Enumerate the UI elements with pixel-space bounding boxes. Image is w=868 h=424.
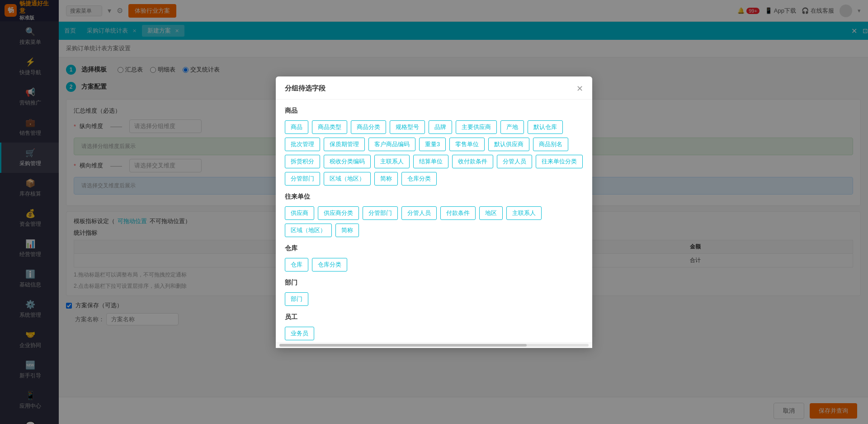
field-tag[interactable]: 拆货积分 [285,155,320,168]
field-tag[interactable]: 主要供应商 [456,120,497,134]
field-tag[interactable]: 默认供应商 [488,138,529,151]
field-tag[interactable]: 仓库分类 [312,258,347,272]
field-select-dialog: 分组待选字段 ✕ 商品 商品 商品类型 商品分类 规格型号 品牌 主要供应商 产… [276,76,592,348]
field-tag[interactable]: 分管人员 [401,206,437,220]
section-title-warehouse: 仓库 [285,244,583,252]
section-title-employee: 员工 [285,313,583,321]
fields-grid-employee: 业务员 [285,327,583,340]
field-tag[interactable]: 分管部门 [363,206,398,220]
field-tag[interactable]: 收付款条件 [452,155,493,168]
field-tag[interactable]: 供应商 [285,206,314,220]
field-tag[interactable]: 往来单位分类 [536,155,583,168]
field-tag[interactable]: 重量3 [419,138,446,151]
field-tag[interactable]: 主联系人 [506,206,542,220]
field-tag[interactable]: 规格型号 [390,120,425,134]
section-title-partner: 往来单位 [285,193,583,201]
field-tag[interactable]: 商品 [285,120,308,134]
field-tag[interactable]: 付款条件 [440,206,476,220]
dialog-title: 分组待选字段 [285,84,326,93]
horizontal-scrollbar[interactable] [279,344,589,347]
dialog-close-button[interactable]: ✕ [576,84,583,94]
field-tag[interactable]: 分管人员 [497,155,532,168]
fields-grid-department: 部门 [285,292,583,306]
field-tag[interactable]: 商品别名 [533,138,568,151]
field-tag[interactable]: 地区 [479,206,503,220]
field-tag[interactable]: 区域（地区） [324,172,371,186]
field-tag[interactable]: 税收分类编码 [324,155,371,168]
field-tag[interactable]: 简称 [374,172,398,186]
field-tag[interactable]: 默认仓库 [528,120,563,134]
field-tag[interactable]: 商品类型 [312,120,347,134]
field-tag[interactable]: 业务员 [285,327,314,340]
field-tag[interactable]: 零售单位 [449,138,485,151]
field-tag[interactable]: 区域（地区） [285,224,332,237]
dialog-header: 分组待选字段 ✕ [276,76,592,100]
field-tag[interactable]: 部门 [285,292,308,306]
fields-grid-partner: 供应商 供应商分类 分管部门 分管人员 付款条件 地区 主联系人 区域（地区） … [285,206,583,237]
dialog-body[interactable]: 商品 商品 商品类型 商品分类 规格型号 品牌 主要供应商 产地 默认仓库 批次… [276,100,592,343]
fields-grid-warehouse: 仓库 仓库分类 [285,258,583,272]
field-tag[interactable]: 分管部门 [285,172,320,186]
field-tag[interactable]: 供应商分类 [318,206,359,220]
dialog-scrollbar-area [276,343,592,348]
field-tag[interactable]: 批次管理 [285,138,320,151]
field-tag[interactable]: 简称 [335,224,359,237]
scrollbar-thumb [279,344,527,347]
section-title-goods: 商品 [285,107,583,115]
fields-grid-goods: 商品 商品类型 商品分类 规格型号 品牌 主要供应商 产地 默认仓库 批次管理 … [285,120,583,186]
field-tag[interactable]: 仓库分类 [401,172,437,186]
section-title-department: 部门 [285,279,583,287]
field-tag[interactable]: 结算单位 [413,155,448,168]
field-tag[interactable]: 主联系人 [374,155,410,168]
field-tag[interactable]: 客户商品编码 [368,138,415,151]
field-tag[interactable]: 仓库 [285,258,308,272]
field-tag[interactable]: 商品分类 [351,120,386,134]
field-tag[interactable]: 产地 [500,120,524,134]
field-tag[interactable]: 保质期管理 [324,138,365,151]
field-tag[interactable]: 品牌 [429,120,452,134]
